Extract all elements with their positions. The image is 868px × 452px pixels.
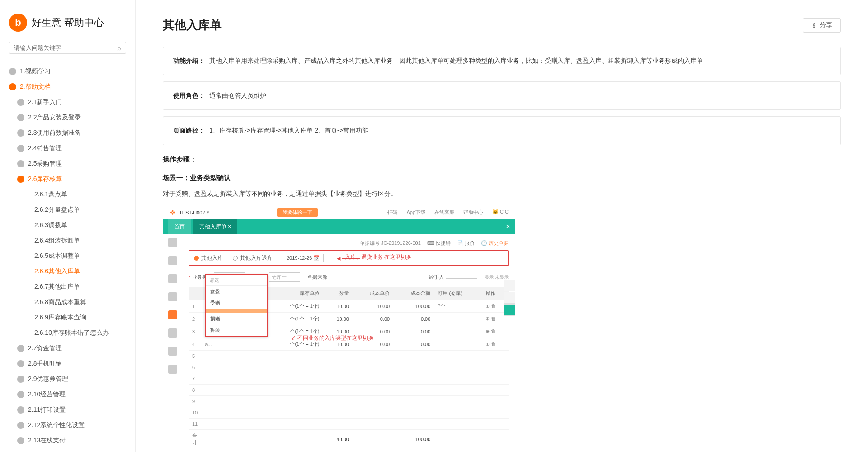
rail-icon-2[interactable] [168, 256, 177, 265]
rail-icon-3[interactable] [168, 274, 177, 283]
nav-2-11[interactable]: 2.11打印设置 [9, 402, 126, 418]
dd-opt-1[interactable]: 盘盈 [206, 286, 267, 297]
fig-trial-button[interactable]: 我要体验一下 [277, 208, 318, 217]
fig-top-avatar[interactable]: 🐱 C C [492, 209, 509, 216]
dd-opt-5[interactable]: 拆装 [206, 324, 267, 336]
fig-biztype-dropdown: 请选 盘盈 受赠 捐赠 拆装 [205, 274, 268, 337]
fig-store-select[interactable]: 仓库一 [269, 272, 300, 282]
table-row[interactable]: 6 [189, 362, 509, 373]
fig-tab-home[interactable]: 首页 [168, 219, 191, 235]
logo[interactable]: b 好生意 帮助中心 [9, 14, 126, 32]
nav-2-6-8[interactable]: 2.6.8商品成本重算 [9, 295, 126, 310]
plus-icon [17, 145, 24, 152]
nav-2-9[interactable]: 2.9优惠券管理 [9, 371, 126, 387]
table-row[interactable]: 10 [189, 407, 509, 419]
intro-text: 其他入库单用来处理除采购入库、产成品入库之外的其他入库业务，因此其他入库单可处理… [209, 57, 703, 64]
plus-icon [17, 99, 24, 106]
share-button[interactable]: ⇪ 分享 [803, 18, 841, 33]
nav-2-6[interactable]: 2.6库存核算 [9, 171, 126, 187]
plus-icon [17, 437, 24, 444]
nav-2-2[interactable]: 2.2产品安装及登录 [9, 110, 126, 125]
fig-radio-return[interactable]: 其他入库退库 [233, 254, 273, 262]
nav-2-1[interactable]: 2.1新手入门 [9, 95, 126, 110]
nav-2-6-6-current[interactable]: 2.6.6其他入库单 [9, 264, 126, 279]
steps-heading: 操作步骤： [163, 155, 841, 164]
table-row[interactable]: 8 [189, 385, 509, 396]
nav-2-4[interactable]: 2.4销售管理 [9, 141, 126, 156]
page-title: 其他入库单 [163, 17, 222, 33]
fig-right-float-bar [504, 280, 515, 316]
rail-icon-6[interactable] [168, 328, 177, 338]
rail-icon-7[interactable] [168, 347, 177, 356]
fig-top-scan[interactable]: 扫码 [387, 209, 397, 216]
fig-top-chat[interactable]: 在线客服 [434, 209, 454, 216]
dd-opt-3[interactable] [206, 309, 267, 313]
fig-top-app[interactable]: App下载 [406, 209, 425, 216]
nav-2-6-7[interactable]: 2.6.7其他出库单 [9, 279, 126, 295]
search-box[interactable]: ⌕ [9, 42, 126, 54]
nav-2-12[interactable]: 2.12系统个性化设置 [9, 418, 126, 433]
fig-logo-icon: ❖ [170, 209, 175, 217]
rail-icon-active[interactable] [168, 310, 177, 319]
share-icon: ⇪ [811, 22, 817, 29]
fig-shortcut-link[interactable]: ⌨ 快捷键 [427, 240, 451, 247]
nav-2-6-9[interactable]: 2.6.9库存账本查询 [9, 310, 126, 325]
float-icon-2[interactable] [504, 292, 515, 304]
table-row[interactable]: 7 [189, 373, 509, 385]
fig-close-icon[interactable]: × [506, 222, 510, 231]
nav-2-13[interactable]: 2.13在线支付 [9, 433, 126, 448]
table-row[interactable]: 11 [189, 419, 509, 430]
nav-2-5[interactable]: 2.5采购管理 [9, 156, 126, 171]
rail-icon-8[interactable] [168, 365, 177, 374]
nav-videos[interactable]: 1.视频学习 [9, 64, 126, 79]
embedded-screenshot: ❖ TEST-H002 ▾ 我要体验一下 扫码 App下载 在线客服 帮助中心 … [163, 206, 515, 452]
fig-date-input[interactable]: 2019-12-26 📅 [283, 254, 324, 262]
plus-icon [17, 406, 24, 414]
plus-icon [17, 391, 24, 398]
sidebar: b 好生意 帮助中心 ⌕ 1.视频学习 2.帮助文档 2.1新手入门 2.2产品… [0, 0, 136, 452]
plus-icon [17, 376, 24, 383]
path-card: 页面路径： 1、库存核算->库存管理->其他入库单 2、首页->常用功能 [163, 116, 841, 145]
fig-topbar: ❖ TEST-H002 ▾ 我要体验一下 扫码 App下载 在线客服 帮助中心 … [163, 206, 515, 219]
plus-icon [17, 114, 24, 121]
nav-2-10[interactable]: 2.10经营管理 [9, 387, 126, 402]
plus-icon [17, 129, 24, 137]
nav-2-14[interactable]: 2.14常见问题 [9, 448, 126, 452]
dd-opt-2[interactable]: 受赠 [206, 297, 267, 309]
float-icon-3[interactable] [504, 304, 515, 316]
rail-icon-4[interactable] [168, 292, 177, 301]
fig-tab-current[interactable]: 其他入库单 × [193, 219, 237, 235]
fig-tabs: 首页 其他入库单 × × [163, 219, 515, 234]
role-text: 通常由仓管人员维护 [209, 92, 266, 99]
rail-icon-1[interactable] [168, 238, 177, 247]
minus-icon [17, 176, 24, 183]
fig-quote-link[interactable]: 📄 报价 [457, 240, 475, 247]
intro-card: 功能介绍： 其他入库单用来处理除采购入库、产成品入库之外的其他入库业务，因此其他… [163, 47, 841, 75]
role-label: 使用角色： [173, 92, 205, 99]
dd-opt-4[interactable]: 捐赠 [206, 313, 267, 324]
search-icon[interactable]: ⌕ [117, 44, 121, 52]
float-icon-1[interactable] [504, 280, 515, 291]
path-label: 页面路径： [173, 127, 205, 134]
fig-account: TEST-H002 [179, 210, 205, 215]
nav-2-3[interactable]: 2.3使用前数据准备 [9, 125, 126, 141]
nav-2-7[interactable]: 2.7资金管理 [9, 341, 126, 356]
plus-icon [17, 360, 24, 367]
nav-2-6-4[interactable]: 2.6.4组装拆卸单 [9, 233, 126, 248]
nav-2-6-2[interactable]: 2.6.2分量盘点单 [9, 202, 126, 218]
fig-history-link[interactable]: 🕘 历史单据 [481, 240, 509, 247]
nav-2-8[interactable]: 2.8手机旺铺 [9, 356, 126, 371]
fig-left-rail [163, 234, 182, 452]
search-input[interactable] [14, 44, 117, 51]
nav-2-6-3[interactable]: 2.6.3调拨单 [9, 218, 126, 233]
fig-radio-in[interactable]: 其他入库 [194, 254, 223, 262]
nav-2-6-5[interactable]: 2.6.5成本调整单 [9, 248, 126, 264]
nav-helpdocs[interactable]: 2.帮助文档 [9, 79, 126, 95]
fig-person-select[interactable] [446, 276, 477, 279]
nav-2-6-1[interactable]: 2.6.1盘点单 [9, 187, 126, 202]
fig-top-help[interactable]: 帮助中心 [463, 209, 483, 216]
table-row[interactable]: 9 [189, 396, 509, 407]
table-row[interactable]: 5 [189, 351, 509, 362]
nav-2-6-10[interactable]: 2.6.10库存账本错了怎么办 [9, 325, 126, 341]
role-card: 使用角色： 通常由仓管人员维护 [163, 81, 841, 110]
